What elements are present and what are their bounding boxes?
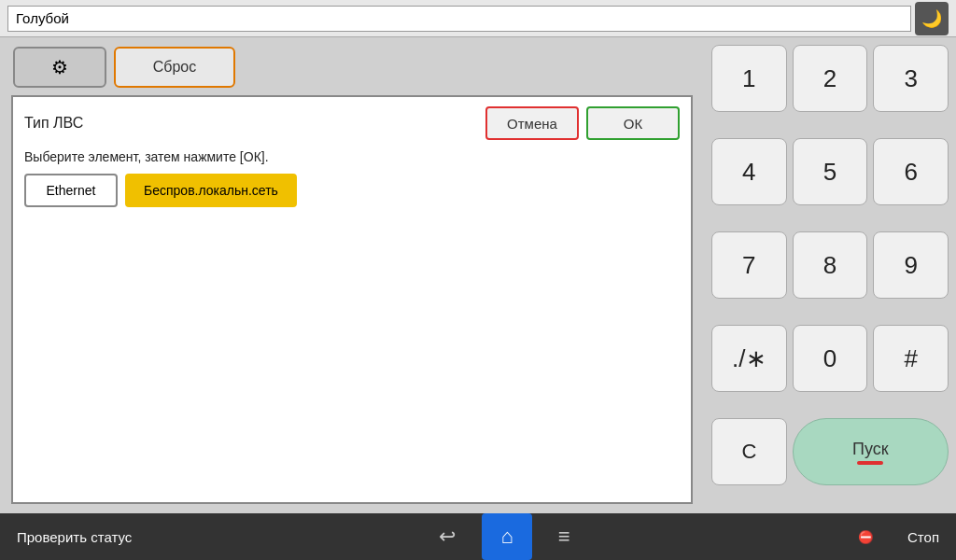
num-7[interactable]: 7	[711, 231, 787, 299]
options-row: Ethernet Беспров.локальн.сеть	[24, 174, 680, 207]
home-icon: ⌂	[500, 525, 513, 549]
bottom-nav: ↩ ⌂ ≡	[168, 513, 841, 560]
gear-icon: ⚙	[51, 56, 68, 78]
start-label: Пуск	[852, 440, 889, 459]
toolbar-row: ⚙ Сброс	[11, 47, 693, 88]
dialog-box: Тип ЛВС Отмена ОК Выберите элемент, зате…	[11, 95, 693, 504]
ok-button[interactable]: ОК	[586, 106, 680, 140]
left-panel: ⚙ Сброс Тип ЛВС Отмена ОК Выберите элеме…	[0, 37, 704, 513]
option-wireless[interactable]: Беспров.локальн.сеть	[125, 174, 297, 207]
home-button[interactable]: ⌂	[482, 513, 531, 560]
dialog-buttons: Отмена ОК	[485, 106, 680, 140]
gear-button[interactable]: ⚙	[13, 47, 106, 88]
back-button[interactable]: ↩	[413, 513, 482, 560]
num-4[interactable]: 4	[711, 138, 787, 205]
num-1[interactable]: 1	[711, 45, 787, 112]
moon-icon: 🌙	[921, 8, 942, 29]
num-dot-star[interactable]: ./∗	[711, 325, 787, 392]
num-9[interactable]: 9	[873, 231, 949, 299]
main-area: ⚙ Сброс Тип ЛВС Отмена ОК Выберите элеме…	[0, 37, 956, 513]
dialog-title: Тип ЛВС	[24, 115, 83, 132]
bottom-bar: Проверить статус ↩ ⌂ ≡ ⛔ Стоп	[0, 513, 956, 560]
menu-icon: ≡	[558, 525, 570, 549]
moon-button[interactable]: 🌙	[915, 2, 949, 35]
num-hash[interactable]: #	[873, 325, 949, 392]
numpad: 1 2 3 4 5 6 7 8 9 ./∗ 0 # C Пуск	[704, 37, 956, 513]
reset-label: Сброс	[153, 59, 197, 76]
clear-button[interactable]: C	[711, 418, 787, 485]
num-2[interactable]: 2	[793, 45, 868, 112]
start-line-indicator	[857, 461, 883, 465]
top-input[interactable]	[7, 6, 911, 32]
menu-button[interactable]: ≡	[532, 513, 597, 560]
stop-icon: ⛔	[858, 530, 874, 544]
num-6[interactable]: 6	[873, 138, 949, 205]
stop-icon-button[interactable]: ⛔	[841, 513, 891, 560]
dialog-header: Тип ЛВС Отмена ОК	[24, 106, 680, 140]
num-5[interactable]: 5	[793, 138, 868, 205]
top-bar: 🌙	[0, 0, 956, 37]
stop-label: Стоп	[891, 529, 956, 545]
bottom-right: ⛔ Стоп	[841, 513, 956, 560]
dialog-instruction: Выберите элемент, затем нажмите [ОК].	[24, 149, 680, 164]
num-8[interactable]: 8	[793, 231, 868, 299]
reset-button[interactable]: Сброс	[114, 47, 235, 88]
option-ethernet[interactable]: Ethernet	[24, 174, 118, 207]
start-button[interactable]: Пуск	[793, 418, 949, 485]
num-3[interactable]: 3	[873, 45, 949, 112]
status-label: Проверить статус	[0, 529, 168, 545]
num-0[interactable]: 0	[793, 325, 868, 392]
cancel-button[interactable]: Отмена	[485, 106, 579, 140]
back-icon: ↩	[439, 525, 456, 549]
